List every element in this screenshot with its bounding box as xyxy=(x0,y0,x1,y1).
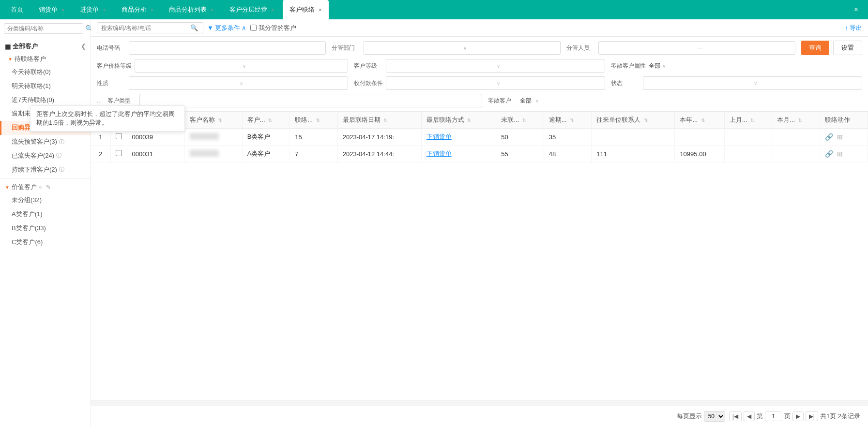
sidebar-item-b-class[interactable]: B类客户(33) xyxy=(0,221,91,235)
row1-last-month xyxy=(724,129,772,146)
col-overdue: 逾期... ⇅ xyxy=(544,112,592,129)
h-scrollbar[interactable] xyxy=(91,400,868,406)
nav-tab-product-analysis[interactable]: 商品分析 × xyxy=(115,0,160,19)
status-field: 状态 ∨ xyxy=(611,76,862,90)
col-last-method-label: 最后联络方式 xyxy=(426,116,464,123)
row1-checkbox[interactable] xyxy=(116,133,122,139)
prev-page-button[interactable]: ◀ xyxy=(744,411,755,421)
col-type-sort-icon[interactable]: ⇅ xyxy=(268,118,272,123)
col-this-year: 本年... ⇅ xyxy=(675,112,724,129)
manager-input[interactable]: ··· xyxy=(598,41,795,55)
col-this-year-sort-icon[interactable]: ⇅ xyxy=(701,118,705,123)
col-name-sort-icon[interactable]: ⇅ xyxy=(218,118,222,123)
gender-input[interactable]: ∨ xyxy=(129,76,348,90)
total-records: 共1页 2条记录 xyxy=(820,412,860,421)
per-page-select[interactable]: 50 xyxy=(704,411,725,422)
window-close-button[interactable]: × xyxy=(848,5,864,14)
customer-type-input[interactable] xyxy=(139,94,482,107)
sidebar-item-c-class[interactable]: C类客户(6) xyxy=(0,235,91,250)
nav-tab-customer-contact[interactable]: 客户联络 × xyxy=(283,0,328,19)
row2-grid-icon[interactable]: ⊞ xyxy=(837,150,843,158)
sidebar-divider xyxy=(0,178,91,179)
sidebar-item-tomorrow[interactable]: 明天待联络(1) xyxy=(0,79,91,93)
row2-uncontact: 55 xyxy=(496,146,544,162)
customer-level-input[interactable]: ∨ xyxy=(386,59,605,73)
nav-tab-home[interactable]: 首页 xyxy=(4,0,30,19)
col-last-month-sort-icon[interactable]: ⇅ xyxy=(750,118,754,123)
sidebar: 🔍 ▦ 全部客户 ❮ ▼ 待联络客户 今天待联络(0) 明天待联络(1) 近7天… xyxy=(0,19,91,426)
last-page-button[interactable]: ▶| xyxy=(806,411,818,421)
more-conditions-label: 更多条件 xyxy=(215,24,240,32)
row1-link-icon[interactable]: 🔗 xyxy=(825,133,833,141)
payment-down-icon: ∨ xyxy=(497,81,601,86)
col-overdue-sort-icon[interactable]: ⇅ xyxy=(570,118,574,123)
my-customer-checkbox[interactable] xyxy=(250,25,257,31)
nav-tab-sales-label: 销货单 xyxy=(39,5,58,14)
nav-tab-purchase-close[interactable]: × xyxy=(103,7,106,13)
sidebar-search-icon[interactable]: 🔍 xyxy=(85,25,91,32)
col-contacts-sort-icon[interactable]: ⇅ xyxy=(644,118,648,123)
data-table: ⚙ 客户编码 ⇅ 客户名称 ⇅ xyxy=(91,112,868,162)
more-filter-btn[interactable]: ... xyxy=(97,97,102,104)
sidebar-item-a-class-label: A类客户(1) xyxy=(12,210,43,218)
row1-last-method[interactable]: 下销货单 xyxy=(421,129,496,146)
row2-checkbox[interactable] xyxy=(116,150,122,156)
price-level-down-icon: ∨ xyxy=(243,63,344,69)
col-contacts: 往来单位联系人 ⇅ xyxy=(592,112,675,129)
col-uncontact-sort-icon[interactable]: ⇅ xyxy=(522,118,526,123)
row2-link-icon[interactable]: 🔗 xyxy=(825,150,833,158)
value-customers-section[interactable]: ▼ 价值客户 ○ ✎ xyxy=(0,181,91,193)
nav-tab-product-analysis-label: 商品分析 xyxy=(122,5,147,14)
col-last-date-sort-icon[interactable]: ⇅ xyxy=(383,118,387,123)
search-wrap[interactable]: 🔍 xyxy=(97,22,203,33)
col-this-month-sort-icon[interactable]: ⇅ xyxy=(798,118,802,123)
nav-tab-purchase-label: 进货单 xyxy=(80,5,99,14)
col-uncontact-label: 未联... xyxy=(501,116,519,123)
phone-input[interactable] xyxy=(129,41,326,55)
col-contact-sort-icon[interactable]: ⇅ xyxy=(316,118,320,123)
price-level-label: 客户价格等级 xyxy=(97,62,132,70)
dept-input[interactable]: ∨ xyxy=(364,41,561,55)
nav-tab-sales[interactable]: 销货单 × xyxy=(32,0,71,19)
row1-grid-icon[interactable]: ⊞ xyxy=(837,133,843,141)
payment-input[interactable]: ∨ xyxy=(386,76,605,90)
pending-group-title[interactable]: ▼ 待联络客户 xyxy=(0,53,91,65)
edit-icon[interactable]: ✎ xyxy=(46,184,51,191)
nav-tab-customer-contact-close[interactable]: × xyxy=(319,7,321,13)
nav-tab-customer-tier[interactable]: 客户分层经营 × xyxy=(223,0,281,19)
sidebar-item-today[interactable]: 今天待联络(0) xyxy=(0,65,91,79)
sidebar-item-ungrouped[interactable]: 未分组(32) xyxy=(0,193,91,207)
page-input[interactable] xyxy=(765,411,782,421)
dept-down-icon: ∨ xyxy=(463,45,557,51)
export-button[interactable]: ↑ 导出 xyxy=(845,24,863,32)
next-page-button[interactable]: ▶ xyxy=(792,411,804,421)
sidebar-item-ungrouped-label: 未分组(32) xyxy=(12,196,42,204)
sidebar-collapse-button[interactable]: ❮ xyxy=(81,43,86,50)
sidebar-item-lost[interactable]: 已流失客户(24) ⓘ xyxy=(0,149,91,163)
col-last-method-sort-icon[interactable]: ⇅ xyxy=(467,118,471,123)
sidebar-search-area: 🔍 xyxy=(0,19,91,38)
search-input[interactable] xyxy=(101,25,188,31)
nav-tab-purchase[interactable]: 进货单 × xyxy=(73,0,112,19)
more-conditions-button[interactable]: ▼ 更多条件 ∧ xyxy=(207,24,246,32)
sidebar-search-input[interactable] xyxy=(4,23,83,34)
status-input[interactable]: ∨ xyxy=(643,76,862,90)
query-button[interactable]: 查询 xyxy=(801,41,829,55)
col-this-month-label: 本月... xyxy=(777,116,795,123)
sidebar-item-a-class[interactable]: A类客户(1) xyxy=(0,207,91,221)
filter-row-1: 电话号码 分管部门 ∨ 分管人员 ··· xyxy=(97,41,862,55)
price-level-input[interactable]: ∨ xyxy=(135,59,348,73)
first-page-button[interactable]: |◀ xyxy=(729,411,742,421)
nav-tab-customer-tier-close[interactable]: × xyxy=(271,7,274,13)
row2-last-method[interactable]: 下销货单 xyxy=(421,146,496,162)
nav-tab-sales-close[interactable]: × xyxy=(61,7,64,13)
my-customer-checkbox-wrap[interactable]: 我分管的客户 xyxy=(250,24,296,32)
nav-tab-product-list[interactable]: 商品分析列表 × xyxy=(162,0,220,19)
nav-tab-product-list-close[interactable]: × xyxy=(211,7,213,13)
sidebar-item-declining[interactable]: 持续下滑客户(2) ⓘ xyxy=(0,163,91,177)
row2-this-year: 10995.00 xyxy=(675,146,724,162)
sidebar-item-lost-warning[interactable]: 流失预警客户(3) ⓘ xyxy=(0,135,91,149)
per-page-label: 每页显示 xyxy=(677,412,702,421)
nav-tab-product-analysis-close[interactable]: × xyxy=(151,7,153,13)
settings-button[interactable]: 设置 xyxy=(833,41,862,55)
